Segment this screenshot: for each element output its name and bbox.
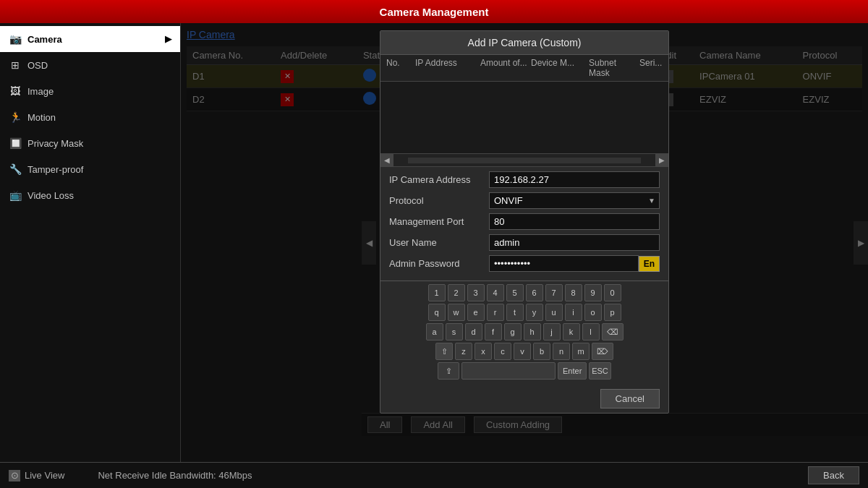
form-row-port: Management Port [389,213,660,230]
modal-dialog: Add IP Camera (Custom) No. IP Address Am… [380,30,669,414]
cancel-button[interactable]: Cancel [600,389,660,408]
kb-key-q[interactable]: q [428,304,446,321]
kb-key-esc[interactable]: ESC [589,362,611,380]
password-input[interactable] [489,255,639,272]
kb-key-o[interactable]: o [584,304,602,321]
kb-key-0[interactable]: 0 [604,284,621,301]
kb-key-p[interactable]: p [604,304,621,321]
modal-results-area [380,82,668,154]
top-bar: Camera Management [0,0,868,23]
form-row-username: User Name [389,234,660,251]
kb-key-caps[interactable]: ⇪ [438,362,459,380]
sidebar-item-video-loss[interactable]: 📺 Video Loss [0,182,180,208]
scroll-left[interactable]: ◀ [380,154,393,167]
motion-icon: 🏃 [9,111,22,124]
sidebar-label-image: Image [27,86,54,97]
kb-key-n[interactable]: n [553,343,570,360]
kb-key-enter[interactable]: Enter [558,362,587,380]
sidebar-item-osd[interactable]: ⊞ OSD [0,52,180,78]
kb-key-e[interactable]: e [467,304,485,321]
kb-key-m[interactable]: m [572,343,590,360]
kb-key-k[interactable]: k [563,323,580,341]
sidebar-item-image[interactable]: 🖼 Image [0,78,180,104]
back-button[interactable]: Back [808,466,859,484]
sidebar-label-osd: OSD [27,60,48,71]
protocol-select-wrapper: ONVIF EZVIZ RTSP [489,192,660,209]
kb-row-qwerty: q w e r t y u i o p [386,304,663,321]
scroll-right[interactable]: ▶ [655,154,668,167]
kb-key-7[interactable]: 7 [545,284,563,301]
kb-key-del[interactable]: ⌦ [592,343,613,360]
kb-key-1[interactable]: 1 [428,284,446,301]
tamper-icon: 🔧 [9,163,22,176]
port-label: Management Port [389,216,483,227]
kb-key-t[interactable]: t [506,304,524,321]
sidebar-label-camera: Camera [27,34,62,45]
kb-key-a[interactable]: a [426,323,443,341]
kb-key-c[interactable]: c [494,343,511,360]
username-input[interactable] [489,234,660,251]
live-view-label[interactable]: Live View [25,470,64,481]
kb-key-space[interactable] [461,362,556,380]
kb-key-v[interactable]: v [514,343,531,360]
modal-col-ip: IP Address [415,58,480,78]
sidebar-item-camera[interactable]: 📷 Camera ▶ [0,26,180,52]
username-label: User Name [389,237,483,248]
kb-key-u[interactable]: u [545,304,563,321]
kb-key-r[interactable]: r [487,304,504,321]
kb-key-8[interactable]: 8 [565,284,582,301]
sidebar: 📷 Camera ▶ ⊞ OSD 🖼 Image 🏃 Motion 🔲 Priv… [0,23,181,462]
kb-key-b[interactable]: b [533,343,550,360]
sidebar-label-motion: Motion [27,112,56,123]
kb-key-x[interactable]: x [475,343,492,360]
sidebar-item-motion[interactable]: 🏃 Motion [0,104,180,130]
app-title: Camera Management [380,6,489,18]
sidebar-item-privacy-mask[interactable]: 🔲 Privacy Mask [0,130,180,156]
main-layout: 📷 Camera ▶ ⊞ OSD 🖼 Image 🏃 Motion 🔲 Priv… [0,23,868,462]
ip-input[interactable] [489,171,660,188]
kb-key-3[interactable]: 3 [467,284,485,301]
modal-col-subnet: Subnet Mask [589,58,639,78]
kb-row-asdf: a s d f g h j k l ⌫ [386,323,663,341]
modal-bottom: Cancel [380,385,668,413]
kb-key-4[interactable]: 4 [487,284,504,301]
scrollbar-track[interactable] [408,158,641,163]
sidebar-label-privacy: Privacy Mask [27,138,83,149]
password-row: En [489,255,660,272]
videoloss-icon: 📺 [9,189,22,202]
kb-key-d[interactable]: d [465,323,482,341]
kb-key-6[interactable]: 6 [526,284,543,301]
kb-key-y[interactable]: y [526,304,543,321]
content-area: IP Camera Camera No. Add/Delete Status s… [181,23,868,462]
kb-key-l[interactable]: l [582,323,600,341]
modal-form: IP Camera Address Protocol ONVIF EZVIZ R… [380,167,668,281]
footer: ⊙ Live View Net Receive Idle Bandwidth: … [0,462,868,488]
kb-key-backspace[interactable]: ⌫ [602,323,624,341]
kb-key-5[interactable]: 5 [506,284,524,301]
en-button[interactable]: En [639,256,660,272]
sidebar-arrow-camera: ▶ [165,34,171,44]
kb-key-f[interactable]: f [485,323,502,341]
kb-key-2[interactable]: 2 [448,284,465,301]
kb-key-shift[interactable]: ⇧ [435,343,453,360]
kb-key-h[interactable]: h [524,323,541,341]
port-input[interactable] [489,213,660,230]
form-row-protocol: Protocol ONVIF EZVIZ RTSP [389,192,660,209]
sidebar-label-videoloss: Video Loss [27,190,74,201]
sidebar-item-tamper-proof[interactable]: 🔧 Tamper-proof [0,156,180,182]
osd-icon: ⊞ [9,59,22,72]
password-label: Admin Password [389,258,483,269]
protocol-select[interactable]: ONVIF EZVIZ RTSP [489,192,660,209]
kb-key-i[interactable]: i [565,304,582,321]
privacy-icon: 🔲 [9,137,22,150]
modal-col-headers: No. IP Address Amount of... Device M... … [380,55,668,82]
kb-key-9[interactable]: 9 [584,284,602,301]
kb-key-j[interactable]: j [543,323,561,341]
kb-key-w[interactable]: w [448,304,465,321]
live-view-icon: ⊙ [9,470,20,481]
kb-key-z[interactable]: z [455,343,472,360]
protocol-label: Protocol [389,195,483,206]
kb-key-s[interactable]: s [446,323,463,341]
sidebar-label-tamper: Tamper-proof [27,164,83,175]
kb-key-g[interactable]: g [504,323,522,341]
